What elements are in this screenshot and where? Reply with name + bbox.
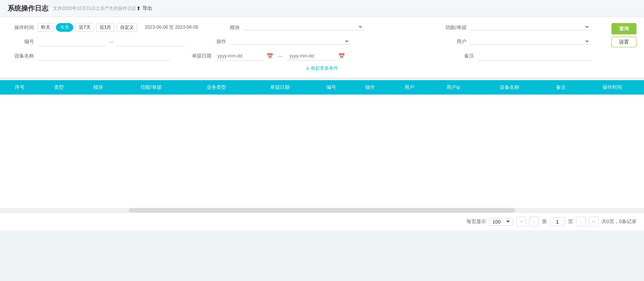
operation-label: 操作	[200, 38, 230, 45]
device-label: 设备名称	[8, 53, 38, 59]
filter-row-2: 编号 — 操作 用户	[8, 37, 591, 46]
time-btn-1month[interactable]: 近1月	[96, 23, 115, 32]
func-chevron-icon	[585, 26, 589, 28]
table-col-编号: 编号	[312, 80, 351, 95]
next-page-button[interactable]: ›	[576, 217, 586, 227]
table-header-row: 序号类型模块功能/单据业务类型单据日期编号操作用户用户ip设备名称备注操作时间	[0, 80, 644, 95]
per-page-label: 每页显示	[466, 218, 486, 225]
date-from-input[interactable]	[215, 52, 264, 61]
page-header: 系统操作日志 支持2020年10月31日之后产生的操作日志 ⬆ 导出	[0, 0, 644, 17]
remark-label: 备注	[448, 53, 478, 59]
table-col-序号: 序号	[0, 80, 39, 95]
date-dash: —	[278, 53, 283, 59]
user-select[interactable]	[470, 39, 591, 45]
time-btn-today[interactable]: 今天	[56, 23, 73, 32]
table-col-用户: 用户	[390, 80, 429, 95]
time-btn-yesterday[interactable]: 昨天	[38, 23, 54, 32]
remark-input[interactable]	[478, 51, 591, 61]
collapse-button[interactable]: ∧ 收起更多条件	[8, 65, 636, 71]
table-col-功能/单据: 功能/单据	[117, 80, 184, 95]
filter-row-1: 操作时间 昨天 今天 近7天 近1月 自定义 2023-06-06 至 2023…	[8, 23, 591, 32]
export-label: 导出	[142, 5, 152, 12]
module-chevron-icon	[358, 26, 362, 28]
serial-input-to[interactable]	[117, 37, 185, 46]
table-col-模块: 模块	[79, 80, 118, 95]
pagination-bar: 每页显示 100 ⊲ ‹ 第 页 › ⊳ 共0页，0条记录	[0, 213, 644, 230]
last-page-button[interactable]: ⊳	[589, 217, 599, 227]
filter-row-3: 设备名称 单据日期 📅 — 📅 备注	[8, 51, 591, 61]
operation-chevron-icon	[345, 40, 349, 43]
time-selector: 昨天 今天 近7天 近1月 自定义 2023-06-06 至 2023-06-0…	[38, 23, 198, 32]
action-buttons: 查询 设置	[612, 23, 636, 47]
per-page-chevron-icon	[506, 220, 510, 223]
query-button[interactable]: 查询	[612, 23, 636, 34]
empty-area	[0, 95, 644, 208]
calendar-from-icon[interactable]: 📅	[267, 53, 273, 59]
serial-input-from[interactable]	[38, 37, 106, 46]
date-range-wrap: 📅 — 📅	[215, 52, 345, 61]
data-table: 序号类型模块功能/单据业务类型单据日期编号操作用户用户ip设备名称备注操作时间	[0, 80, 644, 95]
page-subtitle: 支持2020年10月31日之后产生的操作日志	[53, 5, 136, 12]
user-chevron-icon	[585, 40, 589, 43]
collapse-chevron-icon: ∧	[306, 66, 309, 71]
time-label: 操作时间	[8, 24, 38, 31]
voucher-date-label: 单据日期	[185, 53, 215, 59]
filter-section: 操作时间 昨天 今天 近7天 近1月 自定义 2023-06-06 至 2023…	[0, 17, 644, 78]
table-col-业务类型: 业务类型	[184, 80, 248, 95]
table-col-备注: 备注	[541, 80, 581, 95]
page-label: 第	[542, 218, 547, 225]
table-col-操作: 操作	[351, 80, 390, 95]
date-to-input[interactable]	[287, 52, 336, 61]
user-label: 用户	[440, 38, 470, 45]
table-col-用户ip: 用户ip	[429, 80, 478, 95]
total-info: 共0页，0条记录	[602, 218, 636, 225]
serial-dash: —	[109, 39, 114, 45]
serial-label: 编号	[8, 38, 38, 45]
time-btn-custom[interactable]: 自定义	[117, 23, 137, 32]
module-select[interactable]	[244, 25, 364, 30]
table-header: 序号类型模块功能/单据业务类型单据日期编号操作用户用户ip设备名称备注操作时间	[0, 80, 644, 95]
device-input[interactable]	[38, 51, 170, 61]
collapse-label: 收起更多条件	[311, 65, 338, 71]
func-select[interactable]	[470, 25, 591, 30]
table-section: 序号类型模块功能/单据业务类型单据日期编号操作用户用户ip设备名称备注操作时间	[0, 80, 644, 95]
page-number-input[interactable]	[550, 217, 565, 226]
page-title: 系统操作日志	[8, 4, 48, 13]
horizontal-scrollbar[interactable]	[0, 208, 644, 213]
per-page-select[interactable]: 100	[489, 218, 513, 226]
table-col-操作时间: 操作时间	[581, 80, 644, 95]
per-page-value: 100	[493, 219, 501, 225]
table-col-设备名称: 设备名称	[478, 80, 541, 95]
calendar-to-icon[interactable]: 📅	[338, 53, 345, 59]
time-btn-7days[interactable]: 近7天	[76, 23, 94, 32]
title-area: 系统操作日志 支持2020年10月31日之后产生的操作日志	[8, 4, 136, 13]
settings-button[interactable]: 设置	[612, 37, 636, 47]
scrollbar-thumb[interactable]	[129, 208, 515, 213]
table-col-单据日期: 单据日期	[248, 80, 312, 95]
export-icon: ⬆	[136, 5, 141, 11]
operation-select[interactable]	[230, 39, 351, 45]
func-label: 功能/单据	[440, 24, 470, 31]
first-page-button[interactable]: ⊲	[516, 217, 526, 227]
time-range-text: 2023-06-06 至 2023-06-06	[145, 24, 198, 31]
page-suffix: 页	[568, 218, 573, 225]
table-col-类型: 类型	[39, 80, 79, 95]
module-label: 模块	[213, 24, 244, 31]
export-button[interactable]: ⬆ 导出	[136, 5, 152, 12]
prev-page-button[interactable]: ‹	[529, 217, 539, 227]
